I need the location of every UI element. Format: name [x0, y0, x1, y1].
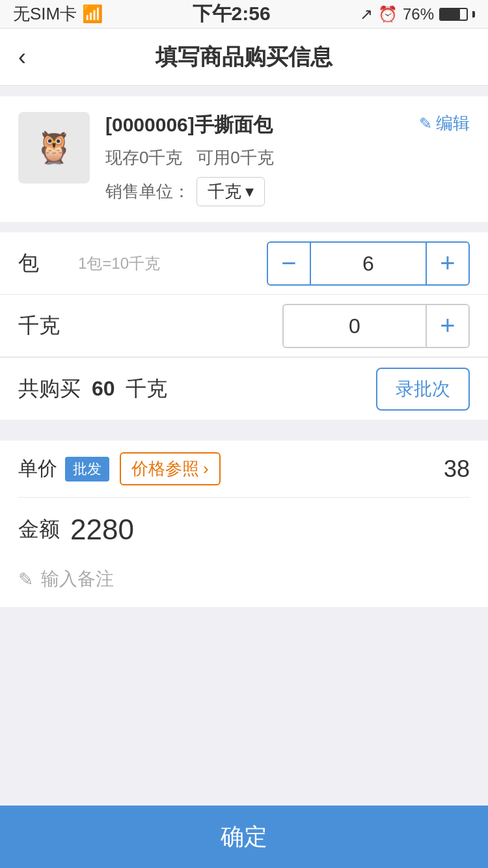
amount-label: 金额	[18, 515, 60, 544]
back-button[interactable]: ‹	[18, 44, 26, 71]
pack-controls: − 6 +	[267, 241, 470, 286]
pack-input-row: 包 1包=10千克 − 6 +	[0, 232, 488, 295]
pack-minus-button[interactable]: −	[268, 243, 310, 284]
battery-icon	[439, 8, 468, 21]
price-label: 单价	[18, 455, 57, 482]
kg-input-row: 千克 0 +	[0, 295, 488, 357]
kg-qty-box: 0 +	[282, 304, 470, 348]
unit-select[interactable]: 千克 ▾	[197, 177, 265, 206]
alarm-icon: ⏰	[378, 5, 398, 23]
kg-label: 千克	[18, 312, 70, 340]
separator-1	[0, 222, 488, 232]
pack-label: 包	[18, 249, 70, 278]
carrier-text: 无SIM卡	[13, 3, 77, 25]
price-row: 单价 批发 价格参照 › 38	[18, 441, 470, 498]
separator-2	[0, 420, 488, 430]
remark-icon: ✎	[18, 569, 33, 590]
batch-button[interactable]: 录批次	[376, 368, 470, 411]
pack-input-section: 包 1包=10千克 − 6 + 千克 0 +	[0, 232, 488, 357]
location-icon: ↗	[360, 5, 373, 23]
pack-plus-button[interactable]: +	[427, 243, 468, 284]
price-section: 单价 批发 价格参照 › 38	[0, 441, 488, 498]
page-title: 填写商品购买信息	[156, 42, 332, 72]
wifi-icon: 📶	[82, 4, 103, 24]
nav-bar: ‹ 填写商品购买信息	[0, 29, 488, 86]
amount-value: 2280	[70, 513, 134, 546]
battery-text: 76%	[403, 5, 434, 23]
price-ref-icon: ›	[203, 459, 209, 479]
time-display: 下午2:56	[193, 1, 271, 27]
remark-row[interactable]: ✎ 输入备注	[18, 556, 470, 607]
amount-section: 金额 2280 ✎ 输入备注	[0, 498, 488, 607]
product-image: 🦉	[18, 112, 90, 183]
product-unit: 销售单位： 千克 ▾	[105, 177, 470, 206]
product-info: [0000006]手撕面包 现存0千克 可用0千克 销售单位： 千克 ▾	[105, 112, 470, 206]
amount-row: 金额 2280	[18, 513, 470, 546]
remark-placeholder: 输入备注	[41, 567, 114, 591]
kg-controls: 0 +	[282, 304, 470, 348]
kg-value[interactable]: 0	[284, 305, 427, 347]
battery-tip	[472, 11, 475, 18]
total-text: 共购买 60 千克	[18, 375, 376, 403]
price-value: 38	[444, 455, 470, 483]
pack-hint: 1包=10千克	[78, 253, 267, 274]
price-tag: 批发	[65, 457, 109, 481]
edit-button[interactable]: ✎ 编辑	[419, 112, 470, 135]
total-row: 共购买 60 千克 录批次	[0, 357, 488, 420]
bottom-spacer	[0, 607, 488, 685]
kg-plus-button[interactable]: +	[427, 305, 468, 347]
product-card: 🦉 [0000006]手撕面包 现存0千克 可用0千克 销售单位： 千克 ▾ ✎…	[0, 96, 488, 222]
status-bar: 无SIM卡 📶 下午2:56 ↗ ⏰ 76%	[0, 0, 488, 29]
product-name: [0000006]手撕面包	[105, 112, 470, 139]
dropdown-icon: ▾	[245, 182, 254, 202]
price-ref-button[interactable]: 价格参照 ›	[120, 452, 221, 485]
status-left: 无SIM卡 📶	[13, 3, 103, 25]
status-right: ↗ ⏰ 76%	[360, 5, 475, 23]
pack-value[interactable]: 6	[310, 243, 427, 284]
pack-qty-box: − 6 +	[267, 241, 470, 286]
product-logo: 🦉	[34, 129, 74, 166]
total-quantity: 60	[92, 377, 115, 400]
edit-icon: ✎	[419, 115, 432, 133]
confirm-button[interactable]: 确定	[0, 806, 488, 868]
product-stock: 现存0千克 可用0千克	[105, 146, 470, 169]
